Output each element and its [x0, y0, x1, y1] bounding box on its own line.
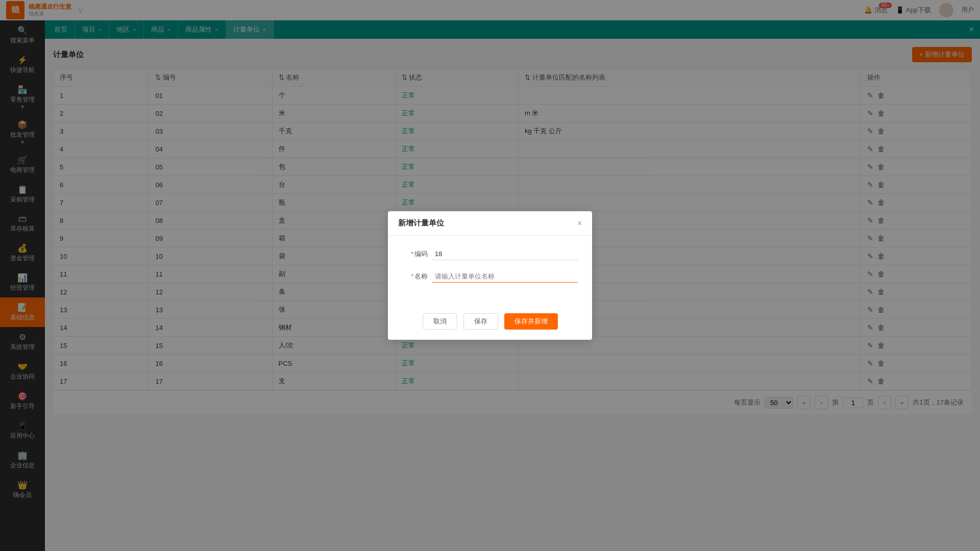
form-name-label: *名称	[402, 272, 428, 281]
form-row-name: *名称	[402, 270, 578, 283]
save-new-button[interactable]: 保存并新增	[504, 313, 558, 330]
modal-body: *编码 *名称	[388, 236, 592, 305]
form-name-input[interactable]	[432, 270, 578, 283]
cancel-button[interactable]: 取消	[423, 313, 457, 330]
modal-header: 新增计量单位 ×	[388, 211, 592, 236]
required-star: *	[411, 250, 413, 258]
form-code-label: *编码	[402, 249, 428, 259]
required-star-name: *	[411, 272, 413, 280]
form-row-code: *编码	[402, 248, 578, 260]
modal-overlay: 新增计量单位 × *编码 *名称 取消 保存 保存并新增	[0, 0, 980, 551]
save-button[interactable]: 保存	[463, 313, 498, 330]
modal-title: 新增计量单位	[398, 218, 444, 228]
form-code-input[interactable]	[432, 248, 578, 260]
add-unit-modal: 新增计量单位 × *编码 *名称 取消 保存 保存并新增	[388, 211, 592, 340]
modal-close-button[interactable]: ×	[577, 219, 582, 228]
modal-footer: 取消 保存 保存并新增	[388, 305, 592, 340]
